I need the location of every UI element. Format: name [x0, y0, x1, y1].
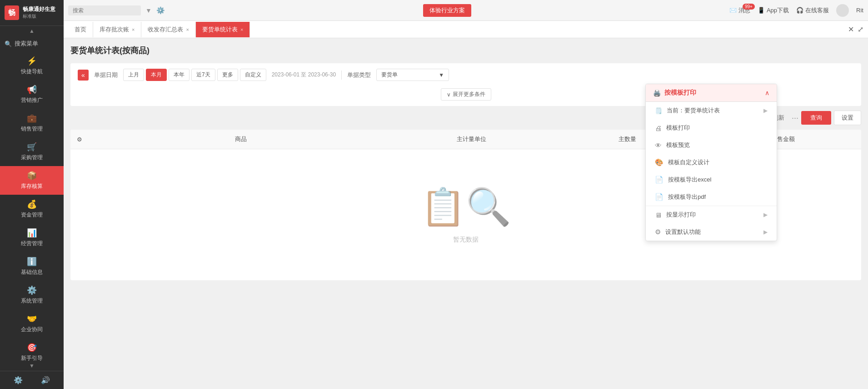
sidebar-scroll-up[interactable]: ▲ [0, 26, 64, 36]
empty-text: 暂无数据 [453, 236, 479, 244]
app-title: 畅康通好生意 [23, 6, 55, 13]
headset-icon: 🎧 [796, 7, 803, 14]
date-btn-this-month[interactable]: 本月 [146, 69, 167, 81]
dropdown-current-template[interactable]: 🗒️ 当前：要货单统计表 ▶ [646, 102, 777, 119]
print-dropdown-panel: 🖨️ 按模板打印 ∧ 🗒️ 当前：要货单统计表 ▶ 🖨模板打印👁模板预览🎨模板自… [645, 84, 777, 241]
table-gear-icon[interactable]: ⚙ [77, 136, 82, 143]
nav-label-finance: 资金管理 [21, 211, 43, 219]
online-service-button[interactable]: 🎧 在线客服 [796, 6, 829, 15]
topbar-gear-icon[interactable]: ⚙️ [156, 6, 165, 15]
messages-badge: 99+ [743, 4, 755, 10]
sidebar-bottom: ⚙️ 🔊 [0, 371, 64, 389]
more-options-icon[interactable]: ··· [792, 113, 798, 123]
sidebar-search[interactable]: 🔍 搜索菜单 [0, 36, 64, 51]
dropdown-collapse-icon[interactable]: ∧ [765, 89, 769, 96]
filter-toggle-button[interactable]: « [78, 70, 89, 81]
tab-inventory-batch[interactable]: 库存批次账× [93, 22, 141, 37]
settings-icon[interactable]: ⚙️ [14, 376, 23, 384]
dropdown-label-template-pdf: 按模板导出pdf [668, 193, 768, 201]
dropdown-arrow-display-print: ▶ [763, 212, 768, 218]
table-unit-column: 主计量单位 [393, 133, 549, 145]
sidebar-item-purchase[interactable]: 🛒采购管理 [0, 137, 64, 166]
dropdown-title-label: 按模板打印 [664, 89, 696, 97]
empty-icon: 📋🔍 [420, 186, 511, 228]
sidebar-item-operations[interactable]: 📊经营管理 [0, 223, 64, 252]
sidebar-item-marketing[interactable]: 📢营销推广 [0, 80, 64, 109]
trial-button[interactable]: 体验行业方案 [423, 4, 471, 17]
date-range-text: 2023-06-01 至 2023-06-30 [272, 71, 336, 79]
dropdown-item-display-print[interactable]: 🖥按显示打印▶ [646, 206, 777, 223]
date-btn-more[interactable]: 更多 [217, 69, 238, 81]
dropdown-icon-set-default: ⚙ [655, 228, 661, 236]
app-download-button[interactable]: 📱 App下载 [758, 6, 789, 15]
sidebar-nav: ⚡快捷导航📢营销推广💼销售管理🛒采购管理📦库存核算💰资金管理📊经营管理ℹ️基础信… [0, 51, 64, 361]
messages-button[interactable]: ✉️ 消息 99+ [729, 6, 750, 15]
tab-close-requisition-stats[interactable]: × [240, 27, 243, 32]
dropdown-icon-template-preview: 👁 [655, 141, 662, 149]
dropdown-item-template-pdf[interactable]: 📄按模板导出pdf [646, 188, 777, 206]
dropdown-item-template-preview[interactable]: 👁模板预览 [646, 136, 777, 154]
dropdown-label-template-excel: 按模板导出excel [668, 176, 768, 184]
app-download-label: App下载 [767, 6, 789, 15]
expand-filter-button[interactable]: ∨ 展开更多条件 [441, 88, 491, 101]
nav-icon-marketing: 📢 [27, 85, 37, 95]
filter-divider [341, 71, 342, 80]
sidebar-item-sales[interactable]: 💼销售管理 [0, 109, 64, 137]
topbar-search-input[interactable] [68, 5, 141, 15]
template-icon: 🗒️ [655, 107, 662, 114]
topbar-chevron-icon[interactable]: ▼ [145, 7, 152, 14]
tab-requisition-stats[interactable]: 要货单统计表× [196, 22, 250, 37]
dropdown-item-template-excel[interactable]: 📄按模板导出excel [646, 171, 777, 188]
sidebar-item-quick-nav[interactable]: ⚡快捷导航 [0, 51, 64, 80]
tab-label-receipt-summary: 收发存汇总表 [148, 25, 183, 34]
table-product-column: 商品 [89, 133, 393, 145]
dropdown-title: 🖨️ 按模板打印 [653, 89, 696, 97]
date-buttons: 上月本月本年近7天更多自定义 [123, 69, 266, 81]
nav-icon-newbie: 🎯 [27, 343, 37, 353]
date-btn-custom[interactable]: 自定义 [240, 69, 266, 81]
sidebar-item-inventory[interactable]: 📦库存核算 [0, 166, 64, 195]
doc-type-value: 要货单 [381, 71, 398, 79]
avatar[interactable] [836, 4, 849, 17]
nav-label-purchase: 采购管理 [21, 154, 43, 162]
filter-row: « 单据日期 上月本月本年近7天更多自定义 2023-06-01 至 2023-… [78, 69, 854, 81]
sidebar-scroll-down[interactable]: ▼ [0, 361, 64, 371]
nav-icon-sales: 💼 [27, 113, 37, 123]
tab-receipt-summary[interactable]: 收发存汇总表× [141, 22, 195, 37]
tab-close-inventory-batch[interactable]: × [132, 27, 135, 32]
table-settings-column[interactable]: ⚙ [70, 134, 89, 145]
dropdown-item-set-default[interactable]: ⚙设置默认功能▶ [646, 223, 777, 241]
sidebar-item-basics[interactable]: ℹ️基础信息 [0, 252, 64, 281]
query-button[interactable]: 查询 [801, 111, 831, 125]
dropdown-label-display-print: 按显示打印 [666, 211, 759, 219]
tab-close-receipt-summary[interactable]: × [186, 27, 189, 32]
nav-icon-basics: ℹ️ [27, 257, 37, 267]
nav-label-basics: 基础信息 [21, 268, 43, 276]
search-icon: 🔍 [5, 40, 12, 47]
nav-label-collab: 企业协同 [21, 326, 43, 333]
date-btn-prev-month[interactable]: 上月 [123, 69, 144, 81]
sidebar-item-system[interactable]: ⚙️系统管理 [0, 281, 64, 309]
sidebar-item-newbie[interactable]: 🎯新手引导 [0, 338, 64, 361]
close-tab-button[interactable]: ✕ [848, 25, 854, 34]
dropdown-item-template-design[interactable]: 🎨模板自定义设计 [646, 154, 777, 171]
settings-button[interactable]: 设置 [834, 111, 861, 125]
date-btn-last-7[interactable]: 近7天 [191, 69, 215, 81]
sidebar-logo: 畅 畅康通好生意 标准版 [0, 0, 64, 26]
page-title: 要货单统计表(按商品) [70, 45, 861, 56]
username-label[interactable]: Rit [856, 7, 863, 14]
sidebar: 畅 畅康通好生意 标准版 ▲ 🔍 搜索菜单 ⚡快捷导航📢营销推广💼销售管理🛒采购… [0, 0, 64, 389]
sidebar-item-finance[interactable]: 💰资金管理 [0, 195, 64, 223]
sidebar-item-collab[interactable]: 🤝企业协同 [0, 309, 64, 338]
dropdown-item-template-print[interactable]: 🖨模板打印 [646, 119, 777, 136]
doc-type-select[interactable]: 要货单 ▼ [376, 69, 449, 81]
date-btn-this-year[interactable]: 本年 [169, 69, 190, 81]
nav-icon-collab: 🤝 [27, 314, 37, 324]
tab-home[interactable]: 首页 [68, 22, 93, 37]
maximize-tab-button[interactable]: ⤢ [858, 25, 863, 34]
app-logo-text: 畅康通好生意 标准版 [23, 6, 55, 20]
sound-icon[interactable]: 🔊 [41, 376, 50, 384]
nav-icon-purchase: 🛒 [27, 142, 37, 152]
tab-label-inventory-batch: 库存批次账 [100, 25, 129, 34]
app-subtitle: 标准版 [23, 13, 55, 20]
